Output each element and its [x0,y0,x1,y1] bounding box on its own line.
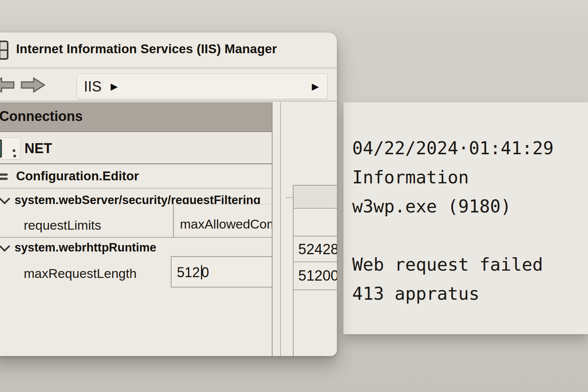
event-log-text: 04/22/2024·01:41:29 Information w3wp.exe… [352,134,554,308]
forward-button[interactable] [21,77,45,93]
event-process: w3wp.exe (9180) [352,192,554,221]
dot-icon [13,155,16,157]
back-button[interactable] [0,77,15,93]
section-http-runtime-label: system.webrhttpRuntime [15,241,156,255]
values-table: 52428 51200 [293,185,337,356]
table-row[interactable]: 51200 [294,262,337,290]
window-app-icon [0,41,8,60]
panel-divider [272,102,273,356]
table-header-row [294,185,337,209]
chevron-down-icon [0,198,10,204]
table-row[interactable] [294,209,337,237]
connections-header: Connections [0,102,272,132]
event-timestamp: 04/22/2024·01:41:29 [352,134,554,163]
feature-view-panel: 52428 51200 [281,102,337,356]
row-max-request-length[interactable]: maxRequestLength 5120 [0,261,272,290]
request-limits-value-field[interactable]: maxAllowedCom [173,204,272,238]
breadcrumb-text: IIS [84,78,101,95]
request-limits-value: maxAllowedCom [180,217,272,232]
window-title: Internet Information Services (IIS) Mana… [16,42,277,56]
net-node-label: NET [24,140,52,157]
breadcrumb-bar[interactable]: IIS ▶ ▶ [77,74,328,99]
max-request-length-value: 5120 [177,265,209,281]
event-level: Information [352,163,554,192]
max-request-length-input[interactable]: 5120 [171,256,272,287]
table-cell-value: 51200 [298,268,337,284]
breadcrumb-overflow-icon[interactable]: ▶ [312,81,319,92]
configuration-editor-icon [0,173,8,180]
breadcrumb-expand-icon[interactable]: ▶ [111,81,118,92]
configuration-editor-label: Configuration.Editor [16,169,139,183]
window-content: Connections NET Configuration.Editor [0,102,337,356]
net-node-icon [0,137,21,160]
connections-header-label: Connections [0,108,83,124]
table-row[interactable]: 52428 [294,237,337,262]
tree-node-net[interactable]: NET [0,133,272,164]
request-limits-key: requestLimits [24,218,101,233]
iis-manager-window: Internet Information Services (IIS) Mana… [0,33,337,356]
server-glyph-icon [0,139,2,158]
event-message-line1: Web request failed [352,250,554,279]
row-request-limits[interactable]: requestLimits maxAllowedCom [0,212,272,238]
chevron-down-icon [0,245,10,252]
title-bar: Internet Information Services (IIS) Mana… [0,33,337,68]
event-log-panel: 04/22/2024·01:41:29 Information w3wp.exe… [343,102,588,334]
table-cell-value: 52428 [298,241,337,258]
toolbar: IIS ▶ ▶ [0,69,337,101]
connections-panel: Connections NET Configuration.Editor [0,102,272,356]
max-request-length-key: maxRequestLength [24,266,137,281]
tree-item-configuration-editor[interactable]: Configuration.Editor [0,165,272,189]
dot-icon [13,149,15,152]
event-message-line2: 413 appratus [352,279,554,308]
